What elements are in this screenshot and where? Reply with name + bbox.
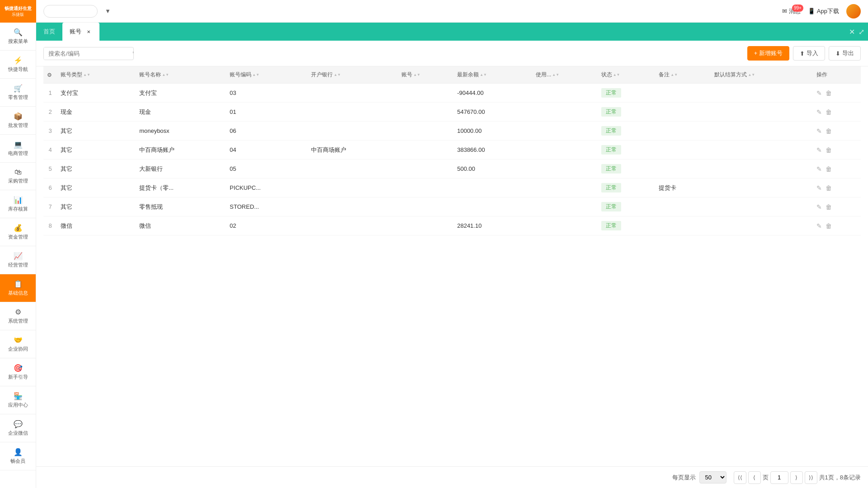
col-header-actions: 操作 <box>813 66 861 84</box>
accounts-table: ⚙账号类型▲▼账号名称▲▼账号编码▲▼开户银行▲▼账号▲▼最新余额▲▼使用...… <box>43 66 861 235</box>
delete-icon-4[interactable]: 🗑 <box>826 165 832 173</box>
edit-icon-5[interactable]: ✎ <box>816 184 822 192</box>
page-size-dropdown[interactable]: 50 100 <box>699 471 726 483</box>
row-num-0: 1 <box>43 84 57 103</box>
import-icon: ⬆ <box>800 50 805 57</box>
export-button[interactable]: ⬇ 导出 <box>829 46 861 61</box>
tab-1[interactable]: 账号✕ <box>62 23 99 41</box>
sidebar-item-15[interactable]: 👤 畅会员 <box>0 442 36 470</box>
import-button[interactable]: ⬆ 导入 <box>793 46 825 61</box>
edit-icon-1[interactable]: ✎ <box>816 108 822 116</box>
header-dropdown[interactable]: ▼ <box>105 8 111 14</box>
col-header-code[interactable]: 账号编码▲▼ <box>226 66 307 84</box>
sidebar-item-11[interactable]: 🤝 企业协同 <box>0 330 36 358</box>
col-header-bank[interactable]: 开户银行▲▼ <box>307 66 398 84</box>
status-badge-1: 正常 <box>601 107 621 117</box>
edit-icon-0[interactable]: ✎ <box>816 89 822 97</box>
prev-page-button[interactable]: ⟨ <box>748 471 761 484</box>
sidebar-item-2[interactable]: 🛒 零售管理 <box>0 79 36 107</box>
header-search-input[interactable] <box>43 5 98 18</box>
status-badge-6: 正常 <box>601 202 621 211</box>
row-usage-2 <box>532 122 597 141</box>
sidebar-item-6[interactable]: 📊 库存核算 <box>0 190 36 218</box>
col-header-account[interactable]: 账号▲▼ <box>398 66 453 84</box>
search-button[interactable]: 🔍 <box>129 50 134 57</box>
sort-icons-remark: ▲▼ <box>670 73 678 77</box>
add-account-button[interactable]: + 新增账号 <box>747 46 789 61</box>
row-name-0: 支付宝 <box>136 84 226 103</box>
delete-icon-7[interactable]: 🗑 <box>826 222 832 230</box>
settings-icon[interactable]: ⚙ <box>47 72 52 78</box>
table-row: 5 其它 大新银行 05 500.00 正常 ✎ 🗑 <box>43 160 861 178</box>
edit-icon-7[interactable]: ✎ <box>816 222 822 230</box>
row-balance-3: 383866.00 <box>453 141 532 160</box>
sidebar-label-13: 应用中心 <box>8 402 28 408</box>
delete-icon-5[interactable]: 🗑 <box>826 184 832 192</box>
sidebar-label-6: 库存核算 <box>8 206 28 212</box>
app-download-button[interactable]: 📱 App下载 <box>808 7 839 15</box>
sidebar-item-8[interactable]: 📈 经营管理 <box>0 246 36 274</box>
row-type-0: 支付宝 <box>57 84 136 103</box>
row-code-3: 04 <box>226 141 307 160</box>
col-header-remark[interactable]: 备注▲▼ <box>655 66 711 84</box>
delete-icon-2[interactable]: 🗑 <box>826 127 832 135</box>
row-actions-0: ✎ 🗑 <box>813 84 861 103</box>
message-button[interactable]: ✉ 消息 99+ <box>782 7 801 15</box>
logo-text: 畅捷通好生意 <box>5 5 32 12</box>
row-account-6 <box>398 197 453 216</box>
row-status-1: 正常 <box>598 103 656 122</box>
sidebar-item-0[interactable]: 🔍 搜索菜单 <box>0 23 36 51</box>
tab-close-btn-1[interactable]: ✕ <box>85 28 92 35</box>
next-page-button[interactable]: ⟩ <box>790 471 803 484</box>
sidebar-label-14: 企业微信 <box>8 430 28 436</box>
col-header-name[interactable]: 账号名称▲▼ <box>136 66 226 84</box>
last-page-button[interactable]: ⟩⟩ <box>805 471 817 484</box>
row-account-4 <box>398 160 453 178</box>
delete-icon-3[interactable]: 🗑 <box>826 146 832 154</box>
search-input[interactable] <box>44 47 129 60</box>
sidebar-item-9[interactable]: 📋 基础信息 <box>0 274 36 302</box>
user-avatar[interactable] <box>846 4 861 19</box>
sidebar-item-12[interactable]: 🎯 新手引导 <box>0 358 36 386</box>
col-header-type[interactable]: 账号类型▲▼ <box>57 66 136 84</box>
row-num-5: 6 <box>43 178 57 197</box>
col-header-balance[interactable]: 最新余额▲▼ <box>453 66 532 84</box>
col-header-status[interactable]: 状态▲▼ <box>598 66 656 84</box>
row-balance-2: 10000.00 <box>453 122 532 141</box>
row-usage-5 <box>532 178 597 197</box>
status-badge-0: 正常 <box>601 88 621 98</box>
row-default-settle-4 <box>711 160 812 178</box>
sidebar-item-3[interactable]: 📦 批发管理 <box>0 107 36 135</box>
delete-icon-6[interactable]: 🗑 <box>826 203 832 211</box>
col-header-usage[interactable]: 使用...▲▼ <box>532 66 597 84</box>
sidebar-item-4[interactable]: 💻 电商管理 <box>0 135 36 163</box>
sort-icons-default_settle: ▲▼ <box>748 73 755 77</box>
sidebar-item-1[interactable]: ⚡ 快捷导航 <box>0 51 36 79</box>
sidebar-item-5[interactable]: 🛍 采购管理 <box>0 163 36 190</box>
sidebar-item-13[interactable]: 🏪 应用中心 <box>0 386 36 414</box>
first-page-button[interactable]: ⟨⟨ <box>734 471 746 484</box>
edit-icon-4[interactable]: ✎ <box>816 165 822 173</box>
row-actions-2: ✎ 🗑 <box>813 122 861 141</box>
delete-icon-1[interactable]: 🗑 <box>826 108 832 116</box>
edit-icon-3[interactable]: ✎ <box>816 146 822 154</box>
tab-0[interactable]: 首页 <box>36 23 62 41</box>
delete-icon-0[interactable]: 🗑 <box>826 89 832 97</box>
sidebar: 畅捷通好生意 乐捷版 🔍 搜索菜单 ⚡ 快捷导航 🛒 零售管理 📦 批发管理 💻… <box>0 0 36 488</box>
edit-icon-2[interactable]: ✎ <box>816 127 822 135</box>
app-logo[interactable]: 畅捷通好生意 乐捷版 <box>0 0 36 23</box>
sidebar-item-14[interactable]: 💬 企业微信 <box>0 414 36 442</box>
top-header: ▼ ✉ 消息 99+ 📱 App下载 <box>36 0 868 23</box>
message-badge: 99+ <box>792 5 803 12</box>
sidebar-icon-7: 💰 <box>14 224 23 232</box>
tab-close-all-icon[interactable]: ✕ <box>849 28 855 36</box>
current-page-input[interactable] <box>770 471 788 484</box>
logo-sub: 乐捷版 <box>12 12 24 18</box>
col-header-default_settle[interactable]: 默认结算方式▲▼ <box>711 66 812 84</box>
sidebar-item-10[interactable]: ⚙ 系统管理 <box>0 302 36 330</box>
content-area: 🔍 + 新增账号 ⬆ 导入 ⬇ 导出 ⚙账号类型▲▼账号名称▲▼账号编码▲▼开户… <box>36 41 868 488</box>
sidebar-label-11: 企业协同 <box>8 346 28 352</box>
tab-expand-icon[interactable]: ⤢ <box>859 28 864 36</box>
edit-icon-6[interactable]: ✎ <box>816 203 822 211</box>
sidebar-item-7[interactable]: 💰 资金管理 <box>0 218 36 246</box>
